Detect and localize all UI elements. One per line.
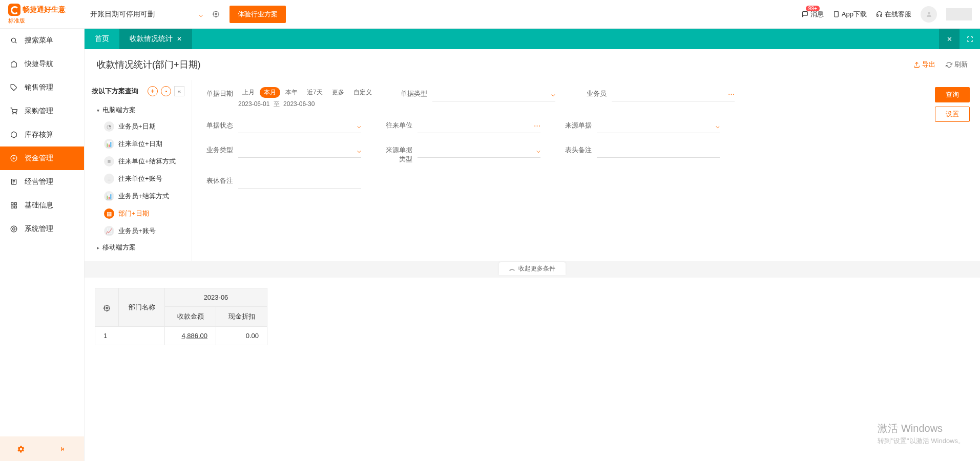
svg-point-3 xyxy=(928,12,930,14)
account-dropdown[interactable]: 开账日期可停用可删 ⌵ xyxy=(90,10,203,19)
date-range-tab[interactable]: 上月 xyxy=(238,87,259,98)
chevron-down-icon: ⌵ xyxy=(716,122,720,130)
scheme-leaf[interactable]: 📊业务员+结算方式 xyxy=(85,187,192,205)
scheme-leaf-icon: ◔ xyxy=(104,121,114,132)
nav-item-box[interactable]: 库存核算 xyxy=(0,123,84,146)
svg-point-21 xyxy=(165,91,167,92)
add-scheme-button[interactable]: + xyxy=(148,86,158,96)
settings-icon[interactable] xyxy=(17,444,25,453)
scheme-leaf[interactable]: 📈业务员+账号 xyxy=(85,222,192,240)
chevron-down-icon: ⌵ xyxy=(536,146,540,154)
chevron-down-icon: ⌵ xyxy=(357,122,361,130)
salesman-select[interactable]: ⋯ xyxy=(612,87,735,101)
account-dropdown-label: 开账日期可停用可删 xyxy=(90,10,155,19)
scheme-leaf[interactable]: ◔业务员+日期 xyxy=(85,118,192,135)
doc-type-select[interactable]: ⌵ xyxy=(432,87,555,101)
scheme-leaf-label: 往来单位+日期 xyxy=(118,139,162,149)
svg-point-18 xyxy=(11,226,17,232)
source-doc-select[interactable]: ⌵ xyxy=(597,119,720,133)
body-remark-input[interactable] xyxy=(238,174,361,188)
scheme-leaf[interactable]: ≡往来单位+结算方式 xyxy=(85,153,192,170)
date-range-tab[interactable]: 更多 xyxy=(328,87,348,98)
fullscreen-button[interactable] xyxy=(960,29,980,49)
nav-item-cart[interactable]: 采购管理 xyxy=(0,99,84,123)
svg-point-7 xyxy=(13,114,13,114)
scheme-leaf[interactable]: ≡往来单位+账号 xyxy=(85,170,192,187)
scheme-leaf-label: 业务员+账号 xyxy=(118,226,156,236)
avatar[interactable] xyxy=(921,6,937,23)
date-range-tab[interactable]: 近7天 xyxy=(303,87,327,98)
refresh-button[interactable]: 刷新 xyxy=(946,60,968,69)
nav-item-home[interactable]: 快捷导航 xyxy=(0,52,84,76)
date-range-tab[interactable]: 本月 xyxy=(260,87,280,98)
message-icon xyxy=(802,11,808,17)
nav-item-label: 资金管理 xyxy=(25,154,53,163)
nav-item-label: 销售管理 xyxy=(25,83,53,92)
col-discount: 现金折扣 xyxy=(216,307,267,327)
export-icon xyxy=(913,61,920,68)
filter-area: 查询 设置 单据日期 上月本月本年近7天更多自定义 2023-06-01 xyxy=(192,80,980,261)
scheme-settings-button[interactable] xyxy=(161,86,171,96)
online-service-link[interactable]: 在线客服 xyxy=(876,10,911,19)
messages-link[interactable]: 99+ 消息 xyxy=(802,10,824,19)
tab-home[interactable]: 首页 xyxy=(85,29,119,49)
search-icon xyxy=(9,36,18,45)
top-header: 畅捷通好生意 标准版 开账日期可停用可删 ⌵ 体验行业方案 99+ 消息 App… xyxy=(0,0,980,29)
collapse-nav-icon[interactable] xyxy=(59,444,67,453)
box-icon xyxy=(9,130,18,139)
scheme-leaf[interactable]: ▦部门+日期 xyxy=(85,205,192,222)
nav-item-money[interactable]: 资金管理 xyxy=(0,146,84,170)
scheme-leaf-icon: ▦ xyxy=(104,208,114,219)
tree-group-mobile[interactable]: ▸ 移动端方案 xyxy=(85,240,192,255)
date-range-tab[interactable]: 本年 xyxy=(281,87,302,98)
nav-item-sys[interactable]: 系统管理 xyxy=(0,217,84,241)
settings-gear-button[interactable] xyxy=(208,7,223,22)
nav-item-label: 基础信息 xyxy=(25,201,53,210)
nav-item-label: 经营管理 xyxy=(25,177,53,186)
svg-point-19 xyxy=(13,228,15,230)
nav-item-tag[interactable]: 销售管理 xyxy=(0,76,84,99)
scheme-leaf-label: 业务员+日期 xyxy=(118,122,156,131)
scheme-leaf-icon: ≡ xyxy=(104,174,114,184)
svg-line-5 xyxy=(15,42,17,44)
chevron-down-icon: ⌵ xyxy=(357,146,361,154)
collapse-filters-button[interactable]: ︽ 收起更多条件 xyxy=(499,262,566,275)
headset-icon xyxy=(876,11,883,17)
tab-current[interactable]: 收款情况统计 ✕ xyxy=(119,29,192,49)
date-range-tab[interactable]: 自定义 xyxy=(349,87,376,98)
biz-type-select[interactable]: ⌵ xyxy=(238,143,361,158)
nav-item-label: 系统管理 xyxy=(25,224,53,234)
close-icon[interactable]: ✕ xyxy=(177,35,182,43)
svg-rect-20 xyxy=(61,447,61,451)
messages-badge: 99+ xyxy=(806,6,820,11)
doc-status-select[interactable]: ⌵ xyxy=(238,119,361,133)
caret-right-icon: ▸ xyxy=(97,245,99,250)
nav-item-grid[interactable]: 基础信息 xyxy=(0,194,84,217)
nav-item-search[interactable]: 搜索菜单 xyxy=(0,29,84,52)
close-all-tabs-button[interactable]: ✕ xyxy=(939,29,960,49)
head-remark-input[interactable] xyxy=(597,143,720,158)
logo: 畅捷通好生意 标准版 xyxy=(8,4,80,25)
tree-group-desktop[interactable]: ▾ 电脑端方案 xyxy=(85,102,192,118)
online-service-label: 在线客服 xyxy=(885,10,911,19)
collapse-scheme-button[interactable]: « xyxy=(174,86,184,96)
export-button[interactable]: 导出 xyxy=(913,60,935,69)
scheme-title: 按以下方案查询 xyxy=(92,87,138,96)
scheme-leaf[interactable]: 📊往来单位+日期 xyxy=(85,135,192,153)
svg-point-8 xyxy=(16,114,16,114)
filter-label-date: 单据日期 xyxy=(202,87,238,98)
app-download-link[interactable]: App下载 xyxy=(833,10,867,19)
nav-item-doc[interactable]: 经营管理 xyxy=(0,170,84,194)
filter-settings-button[interactable]: 设置 xyxy=(935,107,970,122)
partner-select[interactable]: ⋯ xyxy=(418,119,540,133)
table-settings-header[interactable] xyxy=(95,288,119,327)
col-dept-name: 部门名称 xyxy=(119,288,165,327)
more-icon: ⋯ xyxy=(534,122,540,130)
source-doc-type-select[interactable]: ⌵ xyxy=(418,143,540,158)
app-download-label: App下载 xyxy=(842,10,867,19)
experience-plan-button[interactable]: 体验行业方案 xyxy=(230,6,286,23)
tree-group-label: 电脑端方案 xyxy=(102,106,136,115)
query-button[interactable]: 查询 xyxy=(935,87,970,102)
row-amount[interactable]: 4,886.00 xyxy=(165,327,216,345)
chevron-down-icon: ⌵ xyxy=(551,90,555,98)
